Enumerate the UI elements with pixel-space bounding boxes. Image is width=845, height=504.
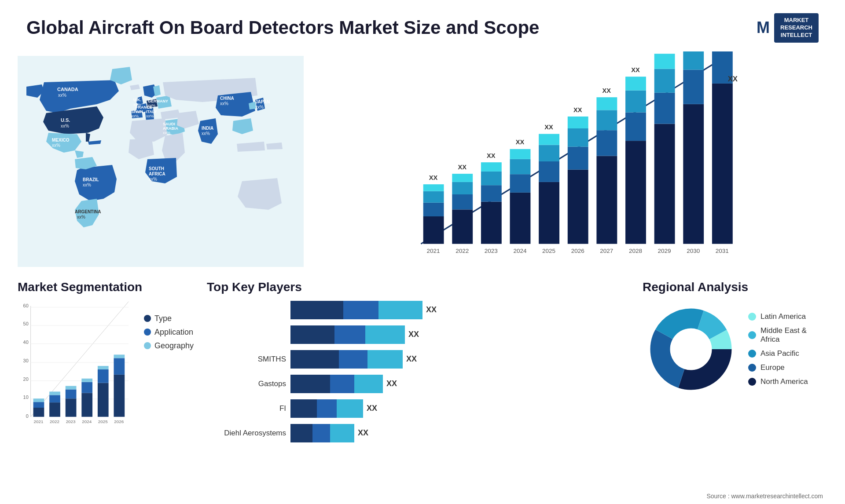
donut-center (670, 329, 712, 370)
player-xx-1: XX (426, 305, 437, 314)
player-bar-gastops (290, 375, 383, 393)
china-label: CHINA (220, 96, 234, 101)
svg-text:40: 40 (23, 339, 29, 344)
asia-dot (748, 350, 756, 358)
geography-label: Geography (154, 341, 194, 351)
svg-text:xx%: xx% (220, 101, 228, 106)
application-dot (144, 329, 151, 336)
player-row-1: XX (207, 301, 629, 319)
svg-text:2029: 2029 (658, 248, 671, 254)
world-map: CANADA xx% U.S. xx% MEXICO xx% BRAZIL xx… (18, 47, 304, 276)
svg-rect-34 (510, 159, 531, 174)
player-bar-container-1: XX (290, 301, 437, 319)
svg-text:XX: XX (573, 106, 582, 113)
logo-line3: INTELLECT (780, 32, 812, 39)
svg-rect-53 (596, 97, 617, 110)
svg-text:10: 10 (23, 394, 29, 400)
svg-text:XX: XX (660, 51, 669, 52)
svg-text:2023: 2023 (66, 419, 76, 424)
svg-rect-58 (625, 90, 646, 112)
donut-container: Latin America Middle East &Africa Asia P… (643, 301, 827, 398)
player-xx-gastops: XX (386, 379, 397, 388)
player-row-2: XX (207, 325, 629, 344)
bar-chart-svg: XX 2021 XX 2022 XX 2023 XX 2024 (321, 51, 819, 271)
canada-label: CANADA (57, 87, 78, 92)
svg-text:xx%: xx% (146, 114, 154, 118)
svg-rect-28 (481, 172, 502, 185)
brazil-label: BRAZIL (83, 177, 99, 182)
player-bar-diehl (290, 424, 354, 442)
bar-2021-year: 2021 (427, 248, 440, 254)
mea-label: Middle East &Africa (760, 326, 807, 344)
player-name-fi: FI (207, 404, 286, 413)
svg-rect-63 (654, 92, 675, 124)
bar-chart-section: XX 2021 XX 2022 XX 2023 XX 2024 (312, 47, 827, 276)
svg-text:xx%: xx% (149, 177, 157, 182)
svg-text:2025: 2025 (542, 248, 555, 254)
svg-rect-35 (510, 149, 531, 159)
page-title: Global Aircraft On Board Detectors Marke… (26, 17, 539, 38)
reg-legend-na: North America (748, 377, 808, 386)
svg-text:2023: 2023 (485, 248, 498, 254)
player-xx-2: XX (408, 330, 419, 339)
player-bar-container-diehl: XX (290, 424, 368, 442)
bar-2021-seg2 (423, 202, 444, 216)
svg-rect-113 (114, 354, 125, 358)
svg-text:60: 60 (23, 303, 29, 308)
player-row-smiths: SMITHS XX (207, 350, 629, 369)
svg-rect-109 (98, 366, 109, 369)
india-label: INDIA (202, 126, 213, 131)
svg-rect-44 (568, 169, 588, 244)
svg-rect-27 (481, 185, 502, 202)
svg-rect-20 (452, 209, 473, 244)
spain-label: SPAIN (131, 110, 143, 114)
svg-text:XX: XX (728, 74, 738, 83)
southafrica-label: SOUTH (149, 166, 164, 171)
svg-rect-50 (596, 156, 617, 244)
svg-text:0: 0 (26, 413, 29, 418)
bar-2021-seg1 (423, 216, 444, 244)
svg-text:2030: 2030 (687, 248, 700, 254)
segmentation-title: Market Segmentation (18, 280, 194, 294)
reg-legend-asia: Asia Pacific (748, 349, 808, 358)
svg-rect-105 (81, 378, 92, 382)
svg-text:xx%: xx% (148, 103, 155, 108)
svg-rect-101 (66, 386, 77, 389)
svg-rect-38 (539, 182, 559, 244)
player-bar-container-smiths: XX (290, 350, 417, 369)
player-xx-fi: XX (367, 404, 377, 413)
svg-text:2021: 2021 (33, 419, 43, 424)
map-section: CANADA xx% U.S. xx% MEXICO xx% BRAZIL xx… (18, 47, 304, 276)
argentina-label: ARGENTINA (75, 209, 101, 214)
svg-rect-99 (66, 398, 77, 417)
svg-text:2025: 2025 (98, 419, 108, 424)
svg-rect-68 (683, 104, 704, 244)
svg-text:2024: 2024 (513, 248, 527, 254)
players-section: Top Key Players XX (207, 280, 629, 504)
svg-text:20: 20 (23, 376, 29, 381)
svg-rect-64 (654, 69, 675, 92)
svg-text:xx%: xx% (61, 124, 69, 128)
uk-label: U.K. (133, 98, 141, 102)
europe-dot (748, 364, 756, 372)
svg-rect-91 (33, 408, 44, 417)
svg-rect-59 (625, 77, 646, 90)
player-bar-2 (290, 325, 405, 344)
svg-rect-92 (33, 402, 44, 408)
japan-label: JAPAN (255, 99, 270, 104)
player-bar-smiths (290, 350, 403, 369)
source-text: Source : www.marketresearchintellect.com (706, 493, 823, 500)
players-chart: XX XX SMITHS (207, 301, 629, 442)
regional-section: Regional Analysis (643, 280, 827, 504)
logo-area: M MARKET RESEARCH INTELLECT (757, 13, 819, 43)
svg-text:AFRICA: AFRICA (149, 172, 165, 176)
us-label: U.S. (61, 117, 70, 123)
svg-rect-46 (568, 128, 588, 147)
svg-text:2022: 2022 (456, 248, 469, 254)
svg-rect-26 (481, 201, 502, 244)
player-row-fi: FI XX (207, 399, 629, 418)
svg-rect-111 (114, 375, 125, 417)
mexico-label: MEXICO (52, 138, 70, 142)
svg-rect-23 (452, 174, 473, 182)
svg-rect-39 (539, 161, 559, 182)
